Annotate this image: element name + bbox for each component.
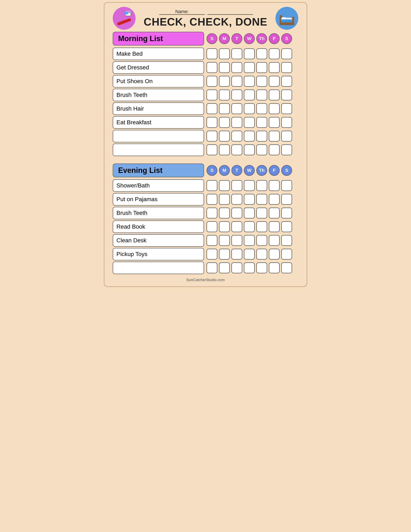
evening-checkbox-3-2[interactable]: [231, 221, 242, 232]
morning-checkbox-3-3[interactable]: [244, 90, 255, 100]
morning-checkbox-7-5[interactable]: [269, 144, 280, 155]
morning-checkbox-6-1[interactable]: [219, 131, 230, 142]
evening-checkbox-6-6[interactable]: [281, 262, 292, 273]
evening-checkbox-3-6[interactable]: [281, 221, 292, 232]
morning-checkbox-0-6[interactable]: [281, 48, 292, 59]
evening-checkbox-5-6[interactable]: [281, 249, 292, 260]
morning-checkbox-2-1[interactable]: [219, 76, 230, 87]
evening-checkbox-4-6[interactable]: [281, 235, 292, 246]
evening-checkbox-6-2[interactable]: [231, 262, 242, 273]
evening-checkbox-5-3[interactable]: [244, 249, 255, 260]
evening-checkbox-0-4[interactable]: [256, 180, 267, 191]
evening-checkbox-1-5[interactable]: [269, 194, 280, 205]
morning-checkbox-0-0[interactable]: [207, 48, 217, 59]
evening-checkbox-2-5[interactable]: [269, 208, 280, 218]
morning-checkbox-6-2[interactable]: [231, 131, 242, 142]
evening-checkbox-4-1[interactable]: [219, 235, 230, 246]
evening-checkbox-1-3[interactable]: [244, 194, 255, 205]
morning-checkbox-1-4[interactable]: [256, 62, 267, 73]
morning-checkbox-0-1[interactable]: [219, 48, 230, 59]
evening-checkbox-2-0[interactable]: [207, 208, 217, 218]
morning-checkbox-1-5[interactable]: [269, 62, 280, 73]
evening-checkbox-2-6[interactable]: [281, 208, 292, 218]
evening-checkbox-6-5[interactable]: [269, 262, 280, 273]
morning-checkbox-3-6[interactable]: [281, 90, 292, 100]
morning-checkbox-3-4[interactable]: [256, 90, 267, 100]
morning-checkbox-2-4[interactable]: [256, 76, 267, 87]
morning-checkbox-2-3[interactable]: [244, 76, 255, 87]
evening-checkbox-0-5[interactable]: [269, 180, 280, 191]
evening-checkbox-0-2[interactable]: [231, 180, 242, 191]
morning-checkbox-5-3[interactable]: [244, 117, 255, 128]
morning-checkbox-5-2[interactable]: [231, 117, 242, 128]
evening-checkbox-3-5[interactable]: [269, 221, 280, 232]
morning-checkbox-3-2[interactable]: [231, 90, 242, 100]
morning-checkbox-4-4[interactable]: [256, 103, 267, 114]
evening-checkbox-0-1[interactable]: [219, 180, 230, 191]
evening-checkbox-6-4[interactable]: [256, 262, 267, 273]
evening-checkbox-0-3[interactable]: [244, 180, 255, 191]
morning-checkbox-6-0[interactable]: [207, 131, 217, 142]
morning-checkbox-2-0[interactable]: [207, 76, 217, 87]
morning-checkbox-6-3[interactable]: [244, 131, 255, 142]
morning-checkbox-5-0[interactable]: [207, 117, 217, 128]
morning-checkbox-7-6[interactable]: [281, 144, 292, 155]
evening-checkbox-5-5[interactable]: [269, 249, 280, 260]
evening-checkbox-4-3[interactable]: [244, 235, 255, 246]
evening-checkbox-0-6[interactable]: [281, 180, 292, 191]
morning-checkbox-4-2[interactable]: [231, 103, 242, 114]
morning-checkbox-7-1[interactable]: [219, 144, 230, 155]
evening-checkbox-2-1[interactable]: [219, 208, 230, 218]
evening-checkbox-1-2[interactable]: [231, 194, 242, 205]
morning-checkbox-2-6[interactable]: [281, 76, 292, 87]
morning-checkbox-6-6[interactable]: [281, 131, 292, 142]
evening-checkbox-5-2[interactable]: [231, 249, 242, 260]
evening-checkbox-4-4[interactable]: [256, 235, 267, 246]
evening-checkbox-1-0[interactable]: [207, 194, 217, 205]
morning-checkbox-3-0[interactable]: [207, 90, 217, 100]
evening-checkbox-5-4[interactable]: [256, 249, 267, 260]
morning-checkbox-7-2[interactable]: [231, 144, 242, 155]
evening-checkbox-0-0[interactable]: [207, 180, 217, 191]
morning-checkbox-0-5[interactable]: [269, 48, 280, 59]
morning-checkbox-0-2[interactable]: [231, 48, 242, 59]
morning-checkbox-3-5[interactable]: [269, 90, 280, 100]
evening-checkbox-3-0[interactable]: [207, 221, 217, 232]
evening-checkbox-6-1[interactable]: [219, 262, 230, 273]
morning-checkbox-6-5[interactable]: [269, 131, 280, 142]
morning-checkbox-3-1[interactable]: [219, 90, 230, 100]
evening-checkbox-4-0[interactable]: [207, 235, 217, 246]
evening-checkbox-3-4[interactable]: [256, 221, 267, 232]
evening-checkbox-1-6[interactable]: [281, 194, 292, 205]
evening-checkbox-4-2[interactable]: [231, 235, 242, 246]
morning-checkbox-4-5[interactable]: [269, 103, 280, 114]
evening-checkbox-4-5[interactable]: [269, 235, 280, 246]
evening-checkbox-3-1[interactable]: [219, 221, 230, 232]
morning-checkbox-4-1[interactable]: [219, 103, 230, 114]
morning-checkbox-0-3[interactable]: [244, 48, 255, 59]
morning-checkbox-7-4[interactable]: [256, 144, 267, 155]
morning-checkbox-7-0[interactable]: [207, 144, 217, 155]
evening-checkbox-1-4[interactable]: [256, 194, 267, 205]
morning-checkbox-7-3[interactable]: [244, 144, 255, 155]
morning-checkbox-2-5[interactable]: [269, 76, 280, 87]
morning-checkbox-1-1[interactable]: [219, 62, 230, 73]
morning-checkbox-5-6[interactable]: [281, 117, 292, 128]
evening-checkbox-6-3[interactable]: [244, 262, 255, 273]
morning-checkbox-1-0[interactable]: [207, 62, 217, 73]
evening-checkbox-2-2[interactable]: [231, 208, 242, 218]
morning-checkbox-5-1[interactable]: [219, 117, 230, 128]
morning-checkbox-2-2[interactable]: [231, 76, 242, 87]
morning-checkbox-1-2[interactable]: [231, 62, 242, 73]
evening-checkbox-1-1[interactable]: [219, 194, 230, 205]
evening-checkbox-2-3[interactable]: [244, 208, 255, 218]
evening-checkbox-5-0[interactable]: [207, 249, 217, 260]
evening-checkbox-2-4[interactable]: [256, 208, 267, 218]
evening-checkbox-5-1[interactable]: [219, 249, 230, 260]
morning-checkbox-4-6[interactable]: [281, 103, 292, 114]
morning-checkbox-5-5[interactable]: [269, 117, 280, 128]
morning-checkbox-6-4[interactable]: [256, 131, 267, 142]
morning-checkbox-1-3[interactable]: [244, 62, 255, 73]
morning-checkbox-4-0[interactable]: [207, 103, 217, 114]
morning-checkbox-1-6[interactable]: [281, 62, 292, 73]
